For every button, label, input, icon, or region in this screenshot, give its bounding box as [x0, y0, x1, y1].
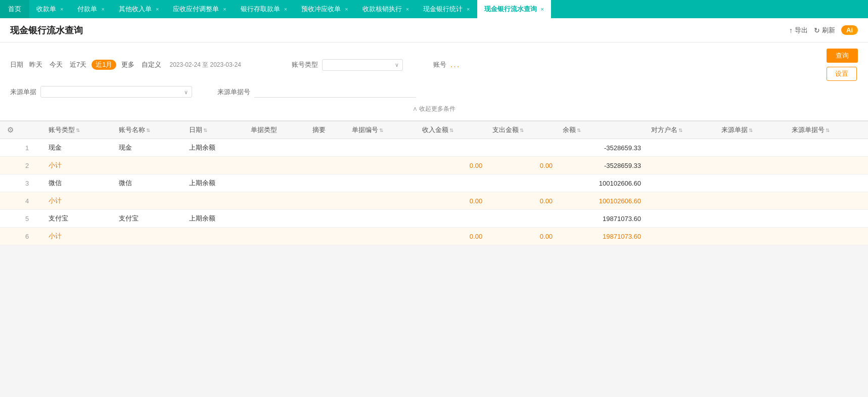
close-icon[interactable]: ×: [345, 0, 348, 18]
col-expense[interactable]: 支出金额⇅: [487, 121, 558, 139]
close-icon[interactable]: ×: [406, 0, 409, 18]
cell-source_doc_no: [787, 139, 868, 157]
nav-home[interactable]: 首页: [0, 0, 29, 18]
cell-source_doc: [716, 174, 787, 192]
cell-settings: [0, 228, 20, 245]
nav-tab-银行存取款单[interactable]: 银行存取款单×: [234, 0, 294, 18]
cell-expense: [487, 210, 558, 228]
close-icon[interactable]: ×: [101, 0, 104, 18]
cell-settings: [0, 192, 20, 210]
source-doc-select-wrapper[interactable]: [40, 86, 192, 98]
col-income[interactable]: 收入金额⇅: [417, 121, 487, 139]
account-type-select-wrapper[interactable]: [322, 59, 403, 71]
refresh-icon: ↻: [814, 26, 820, 34]
cell-account_name: [114, 157, 184, 174]
query-button[interactable]: 查询: [827, 49, 858, 63]
cell-doc_type: [246, 228, 307, 245]
cell-summary: [307, 192, 347, 210]
cell-doc_no: [347, 192, 417, 210]
ai-button[interactable]: Ai: [841, 25, 858, 35]
cell-income: [417, 139, 487, 157]
sort-icon: ⇅: [678, 127, 682, 133]
source-doc-select[interactable]: [40, 86, 192, 98]
col-counterparty[interactable]: 对方户名⇅: [646, 121, 716, 139]
close-icon[interactable]: ×: [223, 0, 226, 18]
cell-account_name: [114, 192, 184, 210]
sort-icon: ⇅: [577, 127, 581, 133]
nav-tab-收款单[interactable]: 收款单×: [29, 0, 70, 18]
cell-source_doc: [716, 139, 787, 157]
cell-doc_no: [347, 174, 417, 192]
cell-income: 0.00: [417, 157, 487, 174]
col-source_doc_no[interactable]: 来源单据号⇅: [787, 121, 868, 139]
close-icon[interactable]: ×: [467, 0, 470, 18]
source-doc-no-input[interactable]: [254, 86, 416, 98]
nav-tab-label: 付款单: [77, 0, 97, 18]
nav-tab-label: 现金银行统计: [423, 0, 463, 18]
table-row: 5支付宝支付宝上期余额19871073.60: [0, 210, 868, 228]
col-account_type[interactable]: 账号类型⇅: [43, 121, 114, 139]
nav-tab-应收应付调整单[interactable]: 应收应付调整单×: [166, 0, 233, 18]
cell-summary: [307, 139, 347, 157]
close-icon[interactable]: ×: [541, 0, 544, 18]
cell-settings: [0, 210, 20, 228]
date-option-今天[interactable]: 今天: [48, 60, 65, 70]
cell-counterparty: [646, 228, 716, 245]
cell-doc_type: [246, 192, 307, 210]
cell-summary: [307, 228, 347, 245]
source-doc-no-label: 来源单据号: [217, 87, 250, 97]
date-option-自定义[interactable]: 自定义: [140, 60, 163, 70]
page-header: 现金银行流水查询 ↑ 导出 ↻ 刷新 Ai: [0, 18, 868, 42]
cell-doc_no: [347, 210, 417, 228]
nav-tab-label: 收款单: [36, 0, 56, 18]
nav-tab-label: 银行存取款单: [241, 0, 280, 18]
nav-tab-付款单[interactable]: 付款单×: [70, 0, 111, 18]
export-button[interactable]: ↑ 导出: [789, 26, 808, 35]
nav-tab-现金银行流水查询[interactable]: 现金银行流水查询×: [477, 0, 551, 18]
cell-account_type: 小计: [43, 228, 114, 245]
nav-tab-label: 预收冲应收单: [301, 0, 341, 18]
refresh-button[interactable]: ↻ 刷新: [814, 26, 835, 35]
nav-tab-现金银行统计[interactable]: 现金银行统计×: [416, 0, 477, 18]
date-option-近7天[interactable]: 近7天: [68, 60, 88, 70]
source-doc-label: 来源单据: [10, 87, 36, 97]
nav-tab-预收冲应收单[interactable]: 预收冲应收单×: [294, 0, 355, 18]
cell-doc_type: [246, 157, 307, 174]
nav-tab-其他收入单[interactable]: 其他收入单×: [112, 0, 166, 18]
account-no-more[interactable]: ...: [450, 60, 460, 69]
cell-income: [417, 174, 487, 192]
cell-doc_type: [246, 210, 307, 228]
date-option-更多[interactable]: 更多: [119, 60, 136, 70]
cell-num: 4: [20, 192, 43, 210]
col-source_doc[interactable]: 来源单据⇅: [716, 121, 787, 139]
date-option-近1月[interactable]: 近1月: [92, 60, 116, 70]
col-account_name[interactable]: 账号名称⇅: [114, 121, 184, 139]
date-option-昨天[interactable]: 昨天: [27, 60, 44, 70]
col-balance[interactable]: 余额⇅: [558, 121, 646, 139]
cell-source_doc_no: [787, 157, 868, 174]
close-icon[interactable]: ×: [60, 0, 63, 18]
nav-tab-收款核销执行[interactable]: 收款核销执行×: [355, 0, 416, 18]
header-actions: ↑ 导出 ↻ 刷新 Ai: [789, 25, 858, 35]
cell-account_name: 支付宝: [114, 210, 184, 228]
col-doc_no[interactable]: 单据编号⇅: [347, 121, 417, 139]
col-date[interactable]: 日期⇅: [184, 121, 246, 139]
cell-source_doc_no: [787, 210, 868, 228]
collapse-bar[interactable]: ∧ 收起更多条件: [10, 103, 858, 116]
close-icon[interactable]: ×: [284, 0, 287, 18]
account-type-select[interactable]: [322, 59, 403, 71]
cell-summary: [307, 157, 347, 174]
table-row: 2小计0.000.00-3528659.33: [0, 157, 868, 174]
cell-num: 3: [20, 174, 43, 192]
settings-button[interactable]: 设置: [827, 67, 857, 81]
filter-area: 日期 昨天今天近7天近1月更多自定义 2023-02-24 至 2023-03-…: [0, 42, 868, 121]
cell-account_type: 小计: [43, 157, 114, 174]
cell-doc_no: [347, 157, 417, 174]
cell-date: 上期余额: [184, 139, 246, 157]
cell-balance: 19871073.60: [558, 210, 646, 228]
cell-expense: [487, 174, 558, 192]
close-icon[interactable]: ×: [156, 0, 159, 18]
gear-icon[interactable]: ⚙: [7, 125, 14, 134]
sort-icon: ⇅: [749, 127, 753, 133]
cell-source_doc: [716, 192, 787, 210]
